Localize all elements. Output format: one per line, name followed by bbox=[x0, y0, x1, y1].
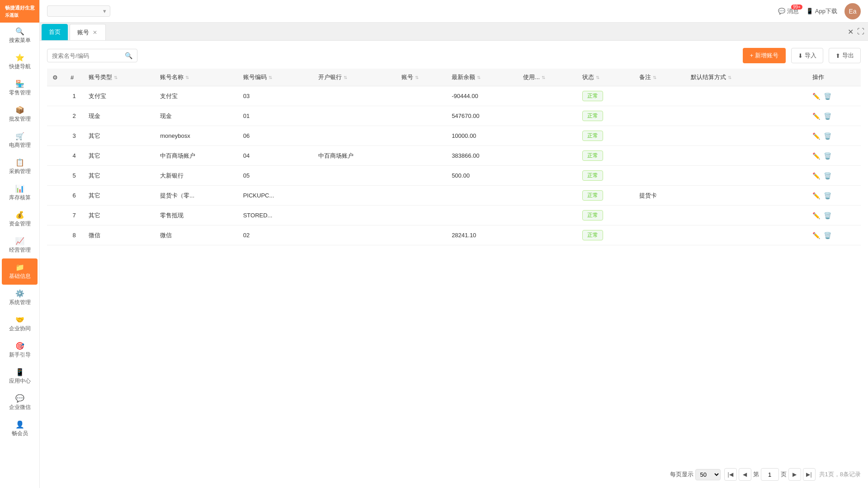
sidebar-item-inventory-check[interactable]: 📊 库存核算 bbox=[0, 180, 39, 206]
export-icon: ⬆ bbox=[835, 52, 840, 59]
add-account-button[interactable]: + 新增账号 bbox=[743, 48, 786, 63]
delete-button-3[interactable]: 🗑️ bbox=[824, 152, 831, 160]
sidebar-item-enterprise-wechat[interactable]: 💬 企业微信 bbox=[0, 389, 39, 416]
cell-account-3 bbox=[396, 146, 446, 166]
delete-button-0[interactable]: 🗑️ bbox=[824, 93, 831, 100]
app-download-button[interactable]: 📱 App下载 bbox=[806, 7, 837, 15]
cell-code-5: PICKUPC... bbox=[238, 186, 313, 206]
capital-manage-icon: 💰 bbox=[15, 211, 24, 219]
sidebar-item-ecommerce-manage[interactable]: 🛒 电商管理 bbox=[0, 127, 39, 154]
per-page-dropdown[interactable]: 50 100 200 bbox=[695, 469, 721, 480]
top-search-box[interactable]: ▾ bbox=[47, 5, 110, 17]
cell-balance-5 bbox=[446, 186, 518, 206]
cell-num-2: 3 bbox=[65, 126, 83, 146]
tab-account[interactable]: 账号 ✕ bbox=[70, 24, 106, 40]
sidebar-item-system-manage[interactable]: ⚙️ 系统管理 bbox=[0, 285, 39, 311]
th-status[interactable]: 状态 ⇅ bbox=[577, 69, 634, 86]
accounts-table: ⚙ # 账号类型 ⇅ 账号名称 bbox=[47, 69, 861, 245]
th-type[interactable]: 账号类型 ⇅ bbox=[83, 69, 155, 86]
sidebar-item-purchase-manage[interactable]: 📋 采购管理 bbox=[0, 154, 39, 180]
quick-nav-icon: ⭐ bbox=[15, 53, 24, 62]
table-row: 3 其它 moneybosx 06 10000.00 正常 ✏️ 🗑️ bbox=[47, 126, 861, 146]
sidebar-item-wholesale-manage[interactable]: 📦 批发管理 bbox=[0, 101, 39, 127]
main-area: ▾ 💬 消息 99+ 📱 App下载 Ea 首页 账号 ✕ ✕ ⛶ bbox=[40, 0, 868, 488]
sidebar-item-quick-nav[interactable]: ⭐ 快捷导航 bbox=[0, 49, 39, 75]
sidebar-item-app-center[interactable]: 📱 应用中心 bbox=[0, 363, 39, 389]
cell-settings-4 bbox=[47, 166, 65, 186]
search-icon[interactable]: 🔍 bbox=[125, 52, 132, 59]
th-bank[interactable]: 开户银行 ⇅ bbox=[313, 69, 396, 86]
avatar[interactable]: Ea bbox=[844, 3, 861, 19]
delete-button-4[interactable]: 🗑️ bbox=[824, 172, 831, 179]
sidebar-item-operation-manage[interactable]: 📈 经营管理 bbox=[0, 232, 39, 258]
page-first-button[interactable]: |◀ bbox=[724, 468, 737, 481]
tab-account-close[interactable]: ✕ bbox=[92, 28, 98, 37]
messages-button[interactable]: 💬 消息 99+ bbox=[778, 7, 799, 15]
delete-button-1[interactable]: 🗑️ bbox=[824, 113, 831, 120]
edit-button-5[interactable]: ✏️ bbox=[812, 192, 820, 199]
cell-usage-5 bbox=[518, 186, 577, 206]
per-page-label: 每页显示 bbox=[670, 470, 693, 479]
top-search-input[interactable] bbox=[51, 8, 103, 14]
tab-close-all-button[interactable]: ✕ bbox=[848, 27, 854, 36]
page-total-info: 共1页，8条记录 bbox=[819, 470, 861, 479]
table-row: 8 微信 微信 02 28241.10 正常 ✏️ 🗑️ bbox=[47, 225, 861, 245]
th-remark[interactable]: 备注 ⇅ bbox=[634, 69, 685, 86]
content-area: 🔍 + 新增账号 ⬇ 导入 ⬆ 导出 bbox=[40, 41, 868, 488]
cell-code-7: 02 bbox=[238, 225, 313, 245]
cell-num-1: 2 bbox=[65, 106, 83, 126]
sidebar-item-retail-manage[interactable]: 🏪 零售管理 bbox=[0, 75, 39, 101]
delete-button-2[interactable]: 🗑️ bbox=[824, 132, 831, 140]
edit-button-7[interactable]: ✏️ bbox=[812, 232, 820, 239]
sidebar-item-enterprise-agreement[interactable]: 🤝 企业协同 bbox=[0, 311, 39, 337]
cell-usage-2 bbox=[518, 126, 577, 146]
page-suffix: 页 bbox=[781, 470, 787, 479]
th-name[interactable]: 账号名称 ⇅ bbox=[155, 69, 237, 86]
member-icon: 👤 bbox=[15, 420, 24, 429]
page-input[interactable] bbox=[761, 468, 779, 481]
search-box[interactable]: 🔍 bbox=[47, 49, 137, 62]
sidebar-item-new-guide[interactable]: 🎯 新手引导 bbox=[0, 337, 39, 363]
th-account[interactable]: 账号 ⇅ bbox=[396, 69, 446, 86]
page-prev-button[interactable]: ◀ bbox=[739, 468, 751, 481]
table-row: 5 其它 大新银行 05 500.00 正常 ✏️ 🗑️ bbox=[47, 166, 861, 186]
search-input[interactable] bbox=[52, 52, 125, 59]
sidebar-item-member[interactable]: 👤 畅会员 bbox=[0, 416, 39, 442]
tab-expand-button[interactable]: ⛶ bbox=[857, 28, 864, 36]
th-usage[interactable]: 使用... ⇅ bbox=[518, 69, 577, 86]
edit-button-0[interactable]: ✏️ bbox=[812, 93, 820, 100]
top-search-chevron[interactable]: ▾ bbox=[103, 8, 106, 14]
th-code[interactable]: 账号编码 ⇅ bbox=[238, 69, 313, 86]
th-settings[interactable]: ⚙ bbox=[47, 69, 65, 86]
delete-button-6[interactable]: 🗑️ bbox=[824, 212, 831, 219]
cell-settings-2 bbox=[47, 126, 65, 146]
delete-button-7[interactable]: 🗑️ bbox=[824, 232, 831, 239]
export-button[interactable]: ⬆ 导出 bbox=[829, 48, 861, 63]
delete-button-5[interactable]: 🗑️ bbox=[824, 192, 831, 199]
sidebar-item-capital-manage[interactable]: 💰 资金管理 bbox=[0, 206, 39, 232]
sort-bank-icon: ⇅ bbox=[344, 75, 347, 80]
sidebar-item-search-menu[interactable]: 🔍 搜索菜单 bbox=[0, 23, 39, 49]
edit-button-3[interactable]: ✏️ bbox=[812, 152, 820, 160]
cell-bank-3: 中百商场账户 bbox=[313, 146, 396, 166]
sidebar-label-ecommerce-manage: 电商管理 bbox=[9, 141, 31, 149]
page-last-button[interactable]: ▶| bbox=[803, 468, 816, 481]
th-balance[interactable]: 最新余额 ⇅ bbox=[446, 69, 518, 86]
cell-account-5 bbox=[396, 186, 446, 206]
sidebar-label-quick-nav: 快捷导航 bbox=[9, 63, 31, 70]
import-button[interactable]: ⬇ 导入 bbox=[791, 48, 823, 63]
tab-home[interactable]: 首页 bbox=[42, 24, 68, 40]
cell-remark-7 bbox=[634, 225, 685, 245]
th-default-settle[interactable]: 默认结算方式 ⇅ bbox=[685, 69, 807, 86]
cell-num-5: 6 bbox=[65, 186, 83, 206]
edit-button-4[interactable]: ✏️ bbox=[812, 172, 820, 179]
page-next-button[interactable]: ▶ bbox=[788, 468, 801, 481]
edit-button-1[interactable]: ✏️ bbox=[812, 113, 820, 120]
sidebar-item-basic-info[interactable]: 📁 基础信息 bbox=[2, 258, 38, 285]
cell-bank-0 bbox=[313, 86, 396, 106]
table-row: 1 支付宝 支付宝 03 -90444.00 正常 ✏️ 🗑️ bbox=[47, 86, 861, 106]
cell-remark-3 bbox=[634, 146, 685, 166]
edit-button-2[interactable]: ✏️ bbox=[812, 132, 820, 140]
edit-button-6[interactable]: ✏️ bbox=[812, 212, 820, 219]
import-icon: ⬇ bbox=[798, 52, 803, 59]
